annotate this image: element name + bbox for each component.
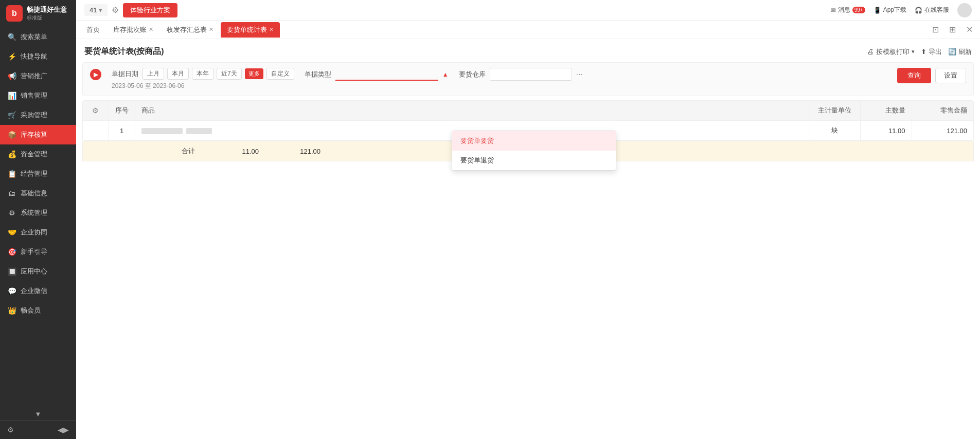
tab-maximize-icon[interactable]: ⊞ — [946, 24, 959, 35]
settings-icon[interactable]: ⚙ — [112, 5, 119, 15]
page-actions: 🖨 按模板打印 ▾ ⬆ 导出 🔄 刷新 — [867, 47, 972, 57]
th-qty: 主数量 — [860, 101, 912, 121]
tab-order-stats[interactable]: 要货单统计表 ✕ — [221, 22, 280, 38]
sidebar-item-marketing[interactable]: 📢 营销推广 — [0, 66, 76, 86]
tab-close-all-icon[interactable]: ✕ — [963, 24, 976, 35]
th-product: 商品 — [135, 101, 809, 121]
filter-settings-button[interactable]: 设置 — [935, 68, 966, 83]
company-selector[interactable]: 41 ▾ — [84, 4, 108, 16]
type-dropdown-popup: 要货单要货 要货单退货 — [452, 131, 616, 171]
chat-icon: 💬 — [7, 286, 16, 296]
export-icon: ⬆ — [921, 48, 926, 56]
warehouse-filter-group: 要货仓库 ··· — [459, 68, 583, 81]
sidebar-item-inventory[interactable]: 📦 库存核算 — [0, 125, 76, 144]
tab-minimize-icon[interactable]: ⊡ — [929, 24, 942, 35]
warehouse-more-icon[interactable]: ··· — [576, 70, 583, 79]
sidebar-item-appcenter[interactable]: 🔲 应用中心 — [0, 262, 76, 281]
phone-icon: 📱 — [874, 7, 881, 14]
filter-expand-button[interactable]: ▶ — [90, 69, 101, 80]
tab-bar-actions: ⊡ ⊞ ✕ — [929, 24, 976, 35]
app-logo-icon: b — [6, 5, 23, 22]
date-btn-last-month[interactable]: 上月 — [142, 68, 164, 80]
trial-button[interactable]: 体验行业方案 — [123, 3, 177, 17]
tab-close-inventory-batch[interactable]: ✕ — [149, 26, 153, 33]
sidebar-item-purchase[interactable]: 🛒 采购管理 — [0, 105, 76, 125]
date-btn-last-7days[interactable]: 近7天 — [217, 68, 242, 80]
print-chevron-icon: ▾ — [912, 48, 915, 55]
tab-inventory-batch[interactable]: 库存批次账 ✕ — [107, 22, 159, 38]
date-filter-row: 单据日期 上月 本月 本年 近7天 更多 自定义 — [112, 68, 294, 80]
sidebar-item-search[interactable]: 🔍 搜索菜单 — [0, 27, 76, 47]
td-num: 1 — [109, 121, 135, 141]
dropdown-item-order[interactable]: 要货单要货 — [452, 131, 616, 151]
tab-close-receivable[interactable]: ✕ — [209, 26, 213, 33]
chart-icon: 📊 — [7, 91, 16, 100]
search-icon: 🔍 — [7, 32, 16, 42]
megaphone-icon: 📢 — [7, 71, 16, 81]
footer-qty: 11.00 — [207, 148, 259, 155]
money-icon: 💰 — [7, 150, 16, 159]
warehouse-filter-input[interactable] — [490, 68, 572, 81]
chevron-down-icon: ▾ — [99, 6, 102, 14]
date-btn-this-month[interactable]: 本月 — [167, 68, 189, 80]
td-qty: 11.00 — [860, 121, 912, 141]
sidebar-item-weixin[interactable]: 💬 企业微信 — [0, 281, 76, 301]
cart-icon: 🛒 — [7, 111, 16, 120]
tab-bar: 首页 库存批次账 ✕ 收发存汇总表 ✕ 要货单统计表 ✕ ⊡ ⊞ ✕ — [76, 21, 980, 39]
sidebar-item-member[interactable]: 👑 畅会员 — [0, 301, 76, 320]
lightning-icon: ⚡ — [7, 52, 16, 61]
date-btn-more[interactable]: 更多 — [245, 68, 263, 79]
td-unit: 块 — [809, 121, 860, 141]
td-checkbox — [83, 121, 109, 141]
tab-close-order-stats[interactable]: ✕ — [269, 26, 274, 33]
type-filter-input[interactable] — [335, 68, 438, 81]
th-settings: ⚙ — [83, 101, 109, 121]
sidebar-item-finance[interactable]: 💰 资金管理 — [0, 144, 76, 164]
sidebar-item-operations[interactable]: 📋 经营管理 — [0, 164, 76, 184]
sidebar-item-sales[interactable]: 📊 销售管理 — [0, 86, 76, 105]
date-btn-custom[interactable]: 自定义 — [266, 68, 294, 80]
settings-footer-icon[interactable]: ⚙ — [7, 426, 14, 434]
export-button[interactable]: ⬆ 导出 — [921, 47, 942, 57]
sidebar-logo: b 畅捷通好生意 标准版 — [0, 0, 76, 27]
user-avatar[interactable] — [957, 3, 972, 17]
sidebar-item-basics[interactable]: 🗂 基础信息 — [0, 184, 76, 203]
box-icon: 📦 — [7, 130, 16, 139]
type-chevron-up-icon[interactable]: ▲ — [442, 71, 449, 78]
sidebar-nav: 🔍 搜索菜单 ⚡ 快捷导航 📢 营销推广 📊 销售管理 🛒 采购管理 📦 库存核… — [0, 27, 76, 408]
collapse-footer-icon[interactable]: ◀▶ — [58, 426, 69, 434]
refresh-icon: 🔄 — [948, 48, 956, 56]
headset-icon: 🎧 — [915, 7, 922, 14]
sidebar-item-guide[interactable]: 🎯 新手引导 — [0, 242, 76, 262]
app-download-action[interactable]: 📱 App下载 — [874, 6, 906, 14]
tab-receivable-summary[interactable]: 收发存汇总表 ✕ — [161, 22, 220, 38]
footer-amount: 121.00 — [259, 148, 320, 155]
sidebar-scroll-down[interactable]: ▼ — [0, 408, 76, 420]
query-button[interactable]: 查询 — [897, 68, 931, 83]
th-amount: 零售金额 — [912, 101, 973, 121]
table-header-row: ⚙ 序号 商品 主计量单位 主数量 零售金额 — [83, 101, 973, 121]
print-button[interactable]: 🖨 按模板打印 ▾ — [867, 47, 915, 57]
sidebar-footer: ⚙ ◀▶ — [0, 420, 76, 439]
date-btn-this-year[interactable]: 本年 — [192, 68, 213, 80]
filter-actions: 查询 设置 — [897, 68, 966, 83]
tab-home[interactable]: 首页 — [80, 22, 106, 38]
crown-icon: 👑 — [7, 306, 16, 315]
table-settings-icon[interactable]: ⚙ — [92, 106, 99, 115]
customer-service-action[interactable]: 🎧 在线客服 — [915, 6, 949, 14]
target-icon: 🎯 — [7, 247, 16, 257]
message-icon: ✉ — [831, 7, 836, 14]
refresh-button[interactable]: 🔄 刷新 — [948, 47, 972, 57]
gear-icon: ⚙ — [7, 208, 16, 217]
dropdown-item-return[interactable]: 要货单退货 — [452, 151, 616, 170]
header-right: ✉ 消息 99+ 📱 App下载 🎧 在线客服 — [831, 3, 972, 17]
sidebar-item-system[interactable]: ⚙ 系统管理 — [0, 203, 76, 223]
handshake-icon: 🤝 — [7, 228, 16, 237]
filter-bar: ▶ 单据日期 上月 本月 本年 近7天 更多 自定义 2023-05-06 至 … — [82, 62, 974, 96]
sidebar-item-collaboration[interactable]: 🤝 企业协同 — [0, 223, 76, 242]
th-unit: 主计量单位 — [809, 101, 860, 121]
date-range-display: 2023-05-06 至 2023-06-06 — [112, 82, 184, 90]
sidebar-item-quicknav[interactable]: ⚡ 快捷导航 — [0, 47, 76, 66]
print-icon: 🖨 — [867, 48, 874, 56]
messages-action[interactable]: ✉ 消息 99+ — [831, 6, 865, 14]
